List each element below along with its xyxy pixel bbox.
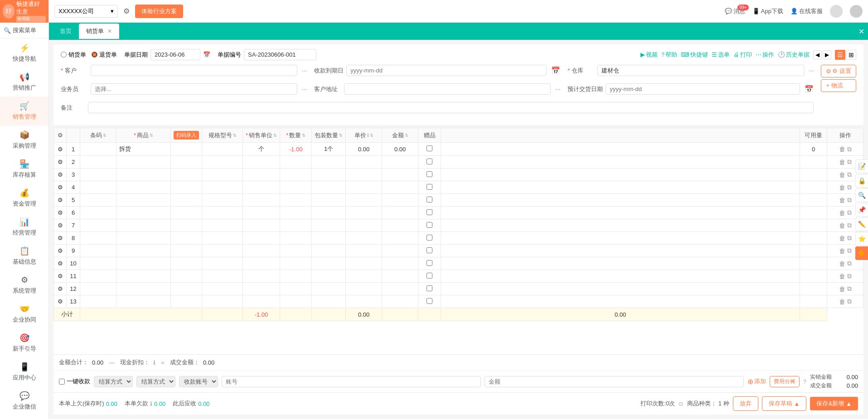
row-gift[interactable]: [418, 219, 441, 232]
col-header-spec[interactable]: 规格型号 ⇅: [202, 128, 243, 143]
row-unit[interactable]: [243, 283, 280, 295]
row-pack[interactable]: [312, 257, 346, 270]
row-amount[interactable]: [382, 257, 418, 270]
row-copy-icon[interactable]: ⧉: [847, 298, 852, 305]
row-unit[interactable]: [243, 156, 280, 169]
payment-date-input[interactable]: [346, 65, 547, 76]
row-settings[interactable]: ⚙: [54, 245, 67, 257]
user-avatar[interactable]: [830, 5, 843, 18]
gift-checkbox[interactable]: [427, 273, 432, 279]
row-gift[interactable]: [418, 270, 441, 283]
settings-button[interactable]: ⚙: [121, 5, 131, 17]
table-container[interactable]: ⚙ 条码 ⇅ *商品 ⇅ 扫码录入: [53, 128, 863, 354]
row-copy-icon[interactable]: ⧉: [847, 234, 852, 242]
nav-prev-button[interactable]: ◀: [813, 50, 822, 59]
row-barcode[interactable]: [80, 156, 116, 169]
row-price[interactable]: [346, 219, 382, 232]
row-pack[interactable]: [312, 169, 346, 181]
message-button[interactable]: 💬 消息 99+: [725, 7, 745, 15]
row-product[interactable]: [116, 270, 171, 283]
row-unit[interactable]: [243, 207, 280, 219]
row-delete-icon[interactable]: 🗑: [839, 235, 845, 242]
note-input[interactable]: [88, 102, 814, 113]
row-pack[interactable]: [312, 232, 346, 245]
row-spec[interactable]: [202, 143, 243, 156]
payment-amount-input[interactable]: [485, 376, 744, 387]
row-gift[interactable]: [418, 181, 441, 194]
toolbar-shortcut[interactable]: ⌨ 快捷键: [681, 51, 708, 59]
view-list-button[interactable]: ☰: [835, 50, 845, 60]
row-qty[interactable]: [280, 169, 312, 181]
row-gift[interactable]: [418, 143, 441, 156]
row-amount[interactable]: [382, 270, 418, 283]
row-gift[interactable]: [418, 245, 441, 257]
address-more-icon[interactable]: ···: [555, 86, 560, 92]
expected-date-calendar-icon[interactable]: 📅: [805, 85, 814, 93]
row-copy-icon[interactable]: ⧉: [847, 183, 852, 191]
col-header-pack[interactable]: 包装数量 ⇅: [312, 128, 346, 143]
float-btn-orange[interactable]: 🔶: [855, 246, 868, 260]
row-product[interactable]: [116, 194, 171, 207]
row-unit[interactable]: [243, 295, 280, 308]
row-price[interactable]: [346, 207, 382, 219]
row-spec[interactable]: [202, 232, 243, 245]
gift-checkbox[interactable]: [427, 159, 432, 164]
account-input[interactable]: [222, 376, 481, 387]
row-copy-icon[interactable]: ⧉: [847, 247, 852, 255]
row-settings[interactable]: ⚙: [54, 169, 67, 181]
sidebar-item-inventory[interactable]: 🏪 库存核算: [0, 154, 48, 183]
row-product[interactable]: [116, 207, 171, 219]
float-btn-pencil[interactable]: ✏️: [855, 217, 868, 231]
row-product[interactable]: [116, 257, 171, 270]
row-spec[interactable]: [202, 169, 243, 181]
payment-method-type-select[interactable]: 结算方式: [136, 376, 175, 387]
sidebar-item-marketing[interactable]: 📢 营销推广: [0, 67, 48, 96]
row-pack[interactable]: [312, 194, 346, 207]
row-copy-icon[interactable]: ⧉: [847, 272, 852, 280]
abandon-button[interactable]: 放弃: [733, 396, 758, 411]
row-barcode[interactable]: [80, 283, 116, 295]
row-product[interactable]: [116, 156, 171, 169]
row-pack[interactable]: [312, 219, 346, 232]
row-unit[interactable]: [243, 245, 280, 257]
row-unit[interactable]: [243, 181, 280, 194]
row-delete-icon[interactable]: 🗑: [839, 298, 845, 305]
row-price[interactable]: [346, 283, 382, 295]
row-price[interactable]: 0.00: [346, 143, 382, 156]
toolbar-select[interactable]: ☰ 选单: [712, 51, 730, 59]
receivable-value[interactable]: 0.00: [198, 400, 209, 407]
col-header-barcode[interactable]: 条码 ⇅: [80, 128, 116, 143]
row-settings[interactable]: ⚙: [54, 194, 67, 207]
save-new-button[interactable]: 保存&新增 ▲: [810, 397, 858, 410]
app-download-button[interactable]: 📱 App下载: [752, 7, 783, 15]
credit-value[interactable]: 0.00: [154, 400, 165, 407]
row-qty[interactable]: [280, 270, 312, 283]
row-qty[interactable]: [280, 232, 312, 245]
row-delete-icon[interactable]: 🗑: [839, 285, 845, 293]
radio-sale-input[interactable]: [61, 52, 67, 58]
row-qty[interactable]: [280, 194, 312, 207]
row-barcode[interactable]: [80, 270, 116, 283]
toolbar-history[interactable]: 🕐 历史单据: [778, 51, 810, 59]
doc-no-input[interactable]: [244, 49, 316, 60]
row-delete-icon[interactable]: 🗑: [839, 184, 845, 191]
salesperson-more-icon[interactable]: ···: [302, 86, 307, 92]
row-delete-icon[interactable]: 🗑: [839, 171, 845, 178]
logistics-action-button[interactable]: + 物流: [821, 79, 856, 92]
row-pack[interactable]: [312, 270, 346, 283]
one-click-payment-checkbox[interactable]: 一键收款: [59, 377, 90, 385]
row-amount[interactable]: [382, 219, 418, 232]
sidebar-item-guide[interactable]: 🎯 新手引导: [0, 328, 48, 357]
row-unit[interactable]: [243, 232, 280, 245]
row-spec[interactable]: [202, 257, 243, 270]
row-delete-icon[interactable]: 🗑: [839, 260, 845, 267]
row-barcode[interactable]: [80, 194, 116, 207]
row-price[interactable]: [346, 257, 382, 270]
row-delete-icon[interactable]: 🗑: [839, 159, 845, 166]
row-pack[interactable]: [312, 283, 346, 295]
row-amount[interactable]: [382, 181, 418, 194]
row-unit[interactable]: [243, 270, 280, 283]
row-spec[interactable]: [202, 295, 243, 308]
row-price[interactable]: [346, 194, 382, 207]
credit-info-icon[interactable]: ℹ: [150, 400, 152, 407]
